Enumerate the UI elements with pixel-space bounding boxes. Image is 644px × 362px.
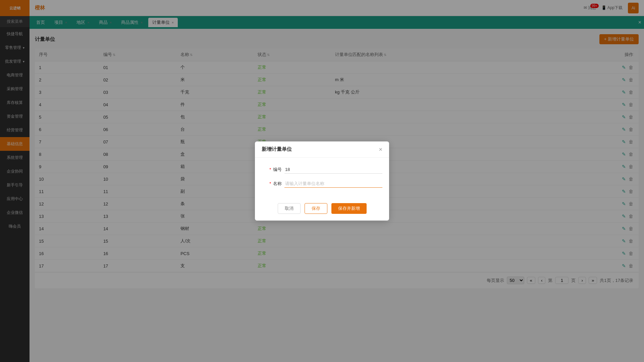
- name-input[interactable]: [284, 180, 382, 188]
- modal-overlay[interactable]: 新增计量单位 × * 编号 * 名称 取消 保存 保存并新增: [0, 0, 644, 362]
- modal-footer: 取消 保存 保存并新增: [255, 199, 389, 221]
- code-label: * 编号: [262, 167, 282, 173]
- modal-title: 新增计量单位: [262, 146, 292, 153]
- modal-body: * 编号 * 名称: [255, 158, 389, 199]
- add-measure-unit-modal: 新增计量单位 × * 编号 * 名称 取消 保存 保存并新增: [255, 141, 389, 221]
- modal-close-button[interactable]: ×: [379, 146, 382, 153]
- form-row-code: * 编号: [262, 166, 382, 174]
- form-row-name: * 名称: [262, 180, 382, 188]
- save-and-add-button[interactable]: 保存并新增: [331, 203, 367, 214]
- name-label: * 名称: [262, 181, 282, 187]
- required-mark-name: *: [269, 181, 271, 186]
- required-mark: *: [269, 167, 271, 172]
- modal-header: 新增计量单位 ×: [255, 141, 389, 158]
- save-button[interactable]: 保存: [305, 203, 327, 214]
- code-input[interactable]: [284, 166, 382, 174]
- cancel-button[interactable]: 取消: [278, 203, 301, 214]
